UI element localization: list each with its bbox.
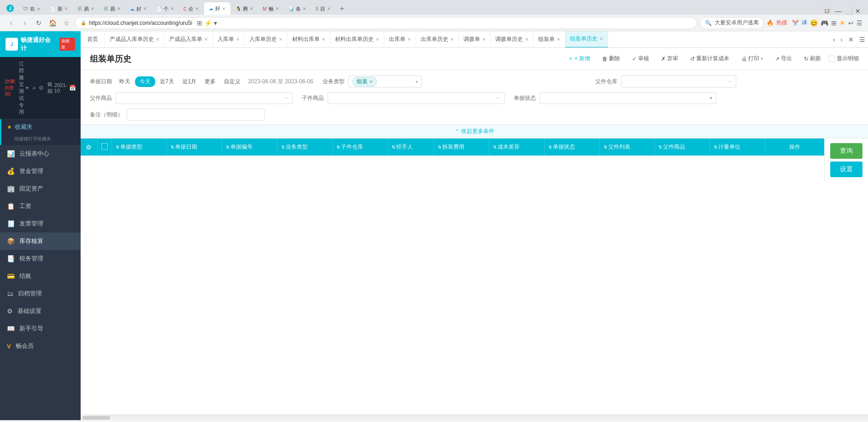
business-type-input[interactable]: 组装 ✕ ▾ [348, 75, 422, 87]
display-detail-checkbox[interactable]: 显示明细 [828, 55, 859, 63]
more-options-icon[interactable]: ··· [284, 95, 288, 101]
delete-button[interactable]: 🗑 删除 [598, 52, 625, 65]
dropdown-arrow[interactable]: ▾ [416, 79, 418, 84]
print-dropdown-icon[interactable]: ▾ [761, 56, 763, 61]
new-button[interactable]: + + 新增 [564, 52, 595, 65]
browser-tab[interactable]: 易易✕ [99, 3, 125, 15]
parent-goods-input[interactable]: ··· [116, 92, 293, 104]
tab-transfer[interactable]: 调拨单 ✕ [459, 31, 491, 48]
more-options-icon[interactable]: ··· [496, 95, 500, 101]
browser-tab-active[interactable]: ☁好✕ [204, 2, 231, 15]
dropdown-icon[interactable]: ▾ [214, 19, 217, 27]
col-disassembly-cost[interactable]: ⇅拆装费用 [434, 139, 489, 156]
forward-button[interactable]: › [19, 17, 30, 29]
sidebar-item-settle[interactable]: 💳 结账 [0, 267, 81, 285]
sidebar-item-guide[interactable]: 📖 新手引导 [0, 320, 81, 337]
company-dropdown-icon[interactable]: ▾ [26, 85, 29, 91]
close-tab-icon[interactable]: ✕ [204, 37, 208, 42]
col-order-status[interactable]: ⇅单据状态 [544, 139, 599, 156]
settings-button[interactable]: 设置 [830, 162, 862, 177]
close-tab-icon[interactable]: ✕ [599, 36, 603, 41]
close-tab-icon[interactable]: ✕ [557, 37, 560, 42]
tab-menu-icon[interactable]: ☰ [856, 36, 868, 43]
horizontal-scrollbar[interactable] [81, 415, 868, 420]
browser-tab[interactable]: 📄新✕ [46, 3, 73, 15]
sidebar-item-reports[interactable]: 📊 云报表中心 [0, 145, 81, 162]
query-button[interactable]: 查询 [830, 143, 862, 159]
tab-scroll-right[interactable]: › [838, 36, 845, 43]
tab-material-out-history[interactable]: 材料出库单历史 ✕ [330, 31, 384, 48]
browser-tab[interactable]: 🛡在✕ [18, 3, 46, 15]
browser-tab[interactable]: ☁好✕ [125, 3, 152, 15]
browser-tab[interactable]: C企✕ [179, 3, 204, 15]
sidebar-item-archive[interactable]: 🗂 归档管理 [0, 285, 81, 302]
calendar-icon[interactable]: 📅 [69, 85, 76, 91]
tab-scroll-left[interactable]: ‹ [830, 36, 838, 43]
grid-icon[interactable]: ⊞ [831, 19, 837, 27]
add-company-icon[interactable]: + [32, 84, 36, 92]
sidebar-item-assets[interactable]: 🏢 固定资产 [0, 180, 81, 197]
remark-input[interactable] [127, 109, 265, 121]
date-custom[interactable]: 自定义 [220, 76, 244, 87]
settings-icon[interactable]: ⚙ [39, 85, 44, 91]
tab-in-history[interactable]: 入库单历史 ✕ [245, 31, 287, 48]
qr-icon[interactable]: ⊞ [197, 19, 202, 27]
menu-icon[interactable]: ☰ [856, 19, 862, 27]
sidebar-item-funds[interactable]: 💰 资金管理 [0, 162, 81, 180]
browser-tab[interactable]: 易易✕ [73, 3, 99, 15]
date-yesterday[interactable]: 昨天 [116, 76, 134, 87]
col-type[interactable]: ⇅单据类型 [111, 139, 167, 156]
address-bar[interactable]: 🔒 https://cloud.chanjet.com/accounting/u… [75, 17, 697, 29]
col-number[interactable]: ⇅单据编号 [222, 139, 277, 156]
back-button[interactable]: ‹ [6, 17, 17, 29]
date-7days[interactable]: 近7天 [156, 76, 178, 87]
sidebar-item-inventory[interactable]: 📦 库存核算 [0, 232, 81, 250]
col-date[interactable]: ⇅单据日期 [167, 139, 222, 156]
date-more[interactable]: 更多 [201, 76, 219, 87]
browser-tab[interactable]: S目✕ [311, 3, 336, 15]
translate-icon[interactable]: 译 [802, 19, 807, 27]
tab-home[interactable]: 首页 [81, 31, 105, 48]
browser-search[interactable]: 🔍 大量安卓用户逃离 [700, 17, 764, 29]
more-options-icon[interactable]: ··· [727, 78, 732, 85]
new-tab-button[interactable]: + [335, 3, 348, 15]
date-today[interactable]: 今天 [135, 76, 155, 87]
col-settings[interactable]: ⚙ [81, 139, 97, 156]
close-tab-icon[interactable]: ✕ [279, 37, 282, 42]
close-tab-icon[interactable]: ✕ [375, 37, 379, 42]
browser-tab[interactable]: 📄个✕ [152, 3, 179, 15]
tab-transfer-history[interactable]: 调拨单历史 ✕ [491, 31, 534, 48]
close-tab-icon[interactable]: ✕ [407, 37, 411, 42]
browser-tab[interactable]: 📊各✕ [284, 3, 311, 15]
close-tab-icon[interactable]: ✕ [482, 37, 486, 42]
col-handler[interactable]: ⇅经手人 [387, 139, 434, 156]
sidebar-item-settings[interactable]: ⚙ 基础设置 [0, 302, 81, 320]
cut-icon[interactable]: ✂️ [792, 20, 799, 26]
recalculate-button[interactable]: ↺ 重新计算成本 [686, 52, 734, 65]
close-all-tabs[interactable]: ✕ [845, 36, 856, 43]
checkbox-icon[interactable] [828, 56, 835, 62]
company-selector[interactable]: (勿删勿禁用) 江西服宝测试专用 ▾ + ⚙ 账期 2021-10 📅 [0, 57, 81, 119]
export-button[interactable]: ↗ 导出 [770, 52, 797, 65]
maximize-icon[interactable]: ⬜ [845, 7, 852, 15]
col-business-type[interactable]: ⇅业务类型 [277, 139, 332, 156]
close-tab-icon[interactable]: ✕ [525, 37, 528, 42]
close-tab-icon[interactable]: ✕ [156, 37, 159, 42]
browser-tab[interactable]: M畅✕ [258, 3, 283, 15]
col-checkbox[interactable] [97, 139, 111, 156]
home-button[interactable]: 🏠 [47, 17, 58, 29]
close-tab-icon[interactable]: ✕ [236, 37, 240, 42]
order-status-select[interactable]: ▾ [540, 92, 716, 104]
tab-assembly[interactable]: 组装单 ✕ [534, 31, 565, 48]
date-1month[interactable]: 近1月 [179, 76, 200, 87]
browser-tab[interactable]: 🐧腾✕ [231, 3, 258, 15]
minimize-icon[interactable]: — [835, 7, 842, 15]
tab-product-in-history[interactable]: 产成品入库单历史 ✕ [105, 31, 164, 48]
child-goods-input[interactable]: ··· [328, 92, 504, 104]
header-checkbox[interactable] [101, 143, 108, 150]
col-unit[interactable]: ⇅计量单位 [710, 139, 765, 156]
col-parent-goods[interactable]: ⇅父件商品 [655, 139, 710, 156]
close-icon[interactable]: ✕ [855, 7, 861, 15]
sidebar-item-salary[interactable]: 📋 工资 [0, 197, 81, 215]
col-parent-list[interactable]: ⇅父件列表 [599, 139, 655, 156]
